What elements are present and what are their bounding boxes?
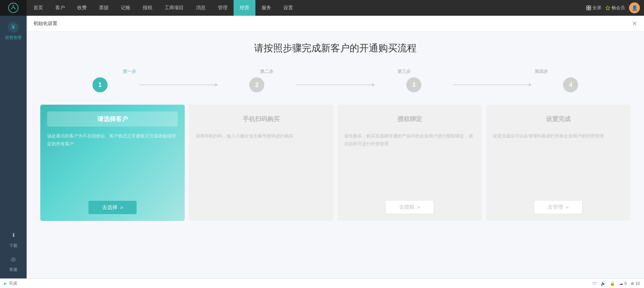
status-bar-left: ▶ 完成 <box>4 280 17 286</box>
svg-rect-4 <box>587 8 588 10</box>
nav-item-service[interactable]: 服务 <box>255 0 277 16</box>
card-2-title: 手机扫码购买 <box>196 112 326 127</box>
svg-point-0 <box>9 3 18 13</box>
sidebar-item-download[interactable]: ⬇ 下载 <box>0 227 27 251</box>
nav-item-account[interactable]: 记账 <box>115 0 137 16</box>
close-button[interactable]: ✕ <box>632 20 637 27</box>
step-line-3 <box>453 84 532 85</box>
vip-icon <box>605 5 610 10</box>
step-line-2 <box>296 84 375 85</box>
nav-item-home[interactable]: 首页 <box>27 0 49 16</box>
fullscreen-btn[interactable]: 全屏 <box>586 5 601 11</box>
step-labels-row: 第一步 第二步 第三步 第四步 <box>40 68 630 75</box>
card-1: 请选择客户 该处展示的客户为不在回收站、客户状态正常建账后完成老板端绑定的所有客… <box>40 105 185 221</box>
card-3-title: 授权绑定 <box>344 112 475 127</box>
card-4-desc: 设置完成后可以在管理列表进行所有企业用户的经营管理 <box>493 132 624 193</box>
logo-icon <box>8 2 19 13</box>
step-3-bubble: 3 <box>406 77 421 92</box>
main-content: 初始化设置 ✕ 请按照步骤完成新客户的开通购买流程 第一步 第二步 第三步 第四… <box>27 16 644 278</box>
card-4-btn-area: 去管理 > <box>493 193 624 214</box>
step-2-bubble: 2 <box>249 77 264 92</box>
support-icon: ◎ <box>8 254 19 265</box>
card-3-desc: 请先购买，购买后选择开通的产品中的企业用户进行授权绑定，成功后即可进行经营管理 <box>344 132 475 193</box>
download-icon: ⬇ <box>8 230 19 241</box>
cloud-status: ☁ 0 <box>619 281 627 286</box>
page-title: 初始化设置 <box>33 21 57 27</box>
page-header: 初始化设置 ✕ <box>27 16 644 31</box>
card-4: 设置完成 设置完成后可以在管理列表进行所有企业用户的经营管理 去管理 > <box>486 105 630 221</box>
user-avatar[interactable]: 👤 <box>629 2 640 13</box>
top-navigation: 首页 客户 收费 票据 记账 报税 工商项目 消息 管理 经营 服务 设置 全屏… <box>0 0 644 16</box>
plus-status: ⊕ 10 <box>631 281 640 286</box>
main-title: 请按照步骤完成新客户的开通购买流程 <box>40 42 630 55</box>
vip-btn[interactable]: 畅会员 <box>605 5 625 11</box>
steps-layout: 第一步 第二步 第三步 第四步 1 2 3 4 <box>40 68 630 98</box>
volume-icon: 🔊 <box>601 281 606 286</box>
step-2-label: 第二步 <box>198 68 335 75</box>
nav-item-bill[interactable]: 票据 <box>93 0 115 16</box>
logo-area <box>0 0 27 16</box>
card-3-btn-area: 去授权 > <box>344 193 475 214</box>
card-4-title: 设置完成 <box>493 112 624 127</box>
step-4-bubble: 4 <box>563 77 578 92</box>
operation-icon: ¥ <box>8 22 19 33</box>
content-area: 请按照步骤完成新客户的开通购买流程 第一步 第二步 第三步 第四步 1 2 <box>27 31 644 278</box>
sidebar: ¥ 经营管理 ⬇ 下载 ◎ 客服 <box>0 16 27 278</box>
sidebar-item-support[interactable]: ◎ 客服 <box>0 251 27 275</box>
sidebar-item-operation[interactable]: ¥ 经营管理 <box>0 19 27 43</box>
fullscreen-icon <box>586 5 591 10</box>
svg-point-1 <box>13 5 14 6</box>
nav-item-message[interactable]: 消息 <box>190 0 212 16</box>
lock-icon: 🔒 <box>610 281 615 286</box>
svg-rect-5 <box>589 8 591 10</box>
step-circles-row: 1 2 3 4 <box>40 77 630 92</box>
cards-container: 请选择客户 该处展示的客户为不在回收站、客户状态正常建账后完成老板端绑定的所有客… <box>40 105 630 221</box>
card-1-title: 请选择客户 <box>47 112 178 127</box>
nav-right-area: 全屏 畅会员 👤 <box>586 2 644 13</box>
svg-rect-3 <box>589 6 591 8</box>
play-icon[interactable]: ▶ <box>4 282 7 285</box>
shield-icon: 🛡 <box>592 281 597 286</box>
status-bar: ▶ 完成 🛡 🔊 🔒 ☁ 0 ⊕ 10 <box>0 278 644 288</box>
step-4-label: 第四步 <box>473 68 610 75</box>
card-1-btn-area: 去选择 > <box>47 194 178 214</box>
svg-rect-2 <box>587 6 588 8</box>
status-bar-right: 🛡 🔊 🔒 ☁ 0 ⊕ 10 <box>592 281 640 286</box>
step-3-label: 第三步 <box>335 68 473 75</box>
sidebar-bottom-items: ⬇ 下载 ◎ 客服 <box>0 227 27 275</box>
nav-item-settings[interactable]: 设置 <box>277 0 299 16</box>
nav-item-operation[interactable]: 经营 <box>234 0 255 16</box>
card-1-desc: 该处展示的客户为不在回收站、客户状态正常建账后完成老板端绑定的所有客户 <box>47 132 178 194</box>
status-text: 完成 <box>9 280 17 286</box>
nav-item-manage[interactable]: 管理 <box>212 0 234 16</box>
nav-item-fee[interactable]: 收费 <box>71 0 93 16</box>
card-2-desc: 请用手机扫码，输入小微企业主账号密码进行购买 <box>196 132 326 207</box>
step-line-1 <box>139 84 218 85</box>
nav-items: 首页 客户 收费 票据 记账 报税 工商项目 消息 管理 经营 服务 设置 <box>27 0 299 16</box>
card-1-button[interactable]: 去选择 > <box>88 201 137 214</box>
card-2: 手机扫码购买 请用手机扫码，输入小微企业主账号密码进行购买 <box>189 105 333 221</box>
svg-marker-6 <box>606 6 610 10</box>
card-4-button[interactable]: 去管理 > <box>534 200 583 214</box>
card-3-button[interactable]: 去授权 > <box>385 200 434 214</box>
nav-item-customer[interactable]: 客户 <box>49 0 71 16</box>
card-3: 授权绑定 请先购买，购买后选择开通的产品中的企业用户进行授权绑定，成功后即可进行… <box>337 105 482 221</box>
nav-item-tax[interactable]: 报税 <box>137 0 158 16</box>
step-1-label: 第一步 <box>61 68 198 75</box>
nav-item-business[interactable]: 工商项目 <box>158 0 190 16</box>
card-2-btn-area <box>196 207 326 214</box>
step-1-bubble: 1 <box>93 77 108 92</box>
